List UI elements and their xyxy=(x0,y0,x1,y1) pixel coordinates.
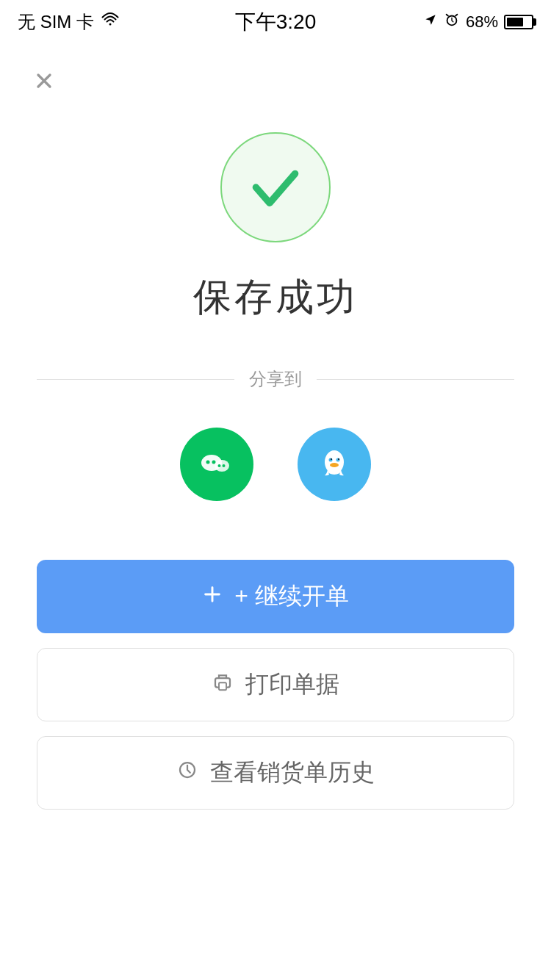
svg-point-11 xyxy=(329,458,333,462)
alarm-icon xyxy=(444,12,460,32)
svg-point-0 xyxy=(109,24,112,26)
plus-icon xyxy=(202,583,223,610)
status-right: 68% xyxy=(423,12,533,32)
status-bar: 无 SIM 卡 下午3:20 68% xyxy=(0,0,551,44)
success-icon-circle xyxy=(220,132,331,242)
status-left: 无 SIM 卡 xyxy=(18,10,119,34)
wechat-icon xyxy=(195,443,238,486)
qq-share-button[interactable] xyxy=(298,428,371,501)
print-label: 打印单据 xyxy=(245,669,339,701)
share-icons-row xyxy=(180,428,371,501)
battery-percentage: 68% xyxy=(466,12,498,32)
svg-point-6 xyxy=(218,464,221,467)
qq-icon xyxy=(313,443,356,486)
svg-point-15 xyxy=(330,463,339,467)
close-button[interactable] xyxy=(22,59,66,103)
continue-label: + 继续开单 xyxy=(234,580,349,613)
share-divider: 分享到 xyxy=(37,367,514,391)
svg-point-5 xyxy=(215,460,229,472)
battery-icon xyxy=(504,15,533,29)
print-icon xyxy=(212,671,234,699)
continue-button[interactable]: + 继续开单 xyxy=(37,560,514,633)
history-icon xyxy=(176,759,198,787)
buttons-area: + 继续开单 打印单据 查看销货单历史 xyxy=(37,560,514,810)
svg-point-3 xyxy=(206,461,210,464)
history-label: 查看销货单历史 xyxy=(210,757,375,789)
divider-line-right xyxy=(317,379,514,380)
share-label: 分享到 xyxy=(249,367,302,391)
history-button[interactable]: 查看销货单历史 xyxy=(37,736,514,810)
wechat-share-button[interactable] xyxy=(180,428,253,501)
svg-point-7 xyxy=(223,464,226,467)
print-button[interactable]: 打印单据 xyxy=(37,648,514,721)
carrier-text: 无 SIM 卡 xyxy=(18,10,94,34)
divider-line-left xyxy=(37,379,234,380)
svg-point-14 xyxy=(338,458,339,460)
svg-point-16 xyxy=(328,467,341,475)
svg-rect-18 xyxy=(219,682,226,690)
svg-point-13 xyxy=(331,458,332,460)
svg-point-12 xyxy=(336,458,340,462)
svg-point-4 xyxy=(212,461,216,464)
wifi-icon xyxy=(101,11,119,33)
main-content: 保存成功 分享到 xyxy=(0,103,551,980)
check-icon xyxy=(246,158,305,217)
location-icon xyxy=(423,12,438,32)
status-time: 下午3:20 xyxy=(235,8,317,36)
success-title: 保存成功 xyxy=(193,272,358,323)
